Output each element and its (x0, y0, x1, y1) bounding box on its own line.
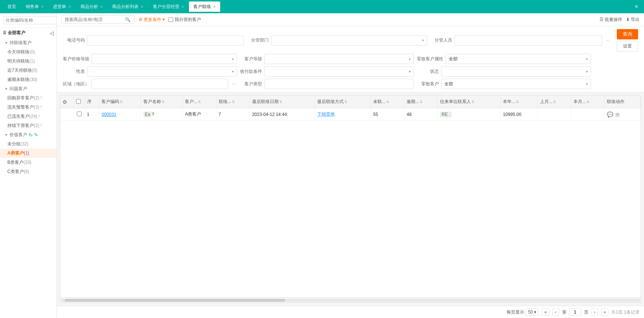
col-last-date[interactable]: 最后联络日期⇅ (250, 96, 315, 108)
first-page-button[interactable]: « (542, 308, 550, 316)
tab-customer-tier-close[interactable]: × (182, 4, 184, 9)
horizontal-scrollbar[interactable] (60, 297, 641, 303)
settings-button[interactable]: 设置 (617, 41, 638, 52)
status-select[interactable]: ▾ (441, 66, 591, 77)
sidebar-item-today-count: (0) (29, 49, 35, 54)
col-last-month[interactable]: 上月...⇅ (538, 96, 571, 108)
more-filters-button[interactable]: ⚙ 更多条件 ▾ (139, 17, 165, 23)
sidebar-item-churn-warning-count: (3) (34, 105, 39, 110)
tab-sales[interactable]: 销售单 × (21, 1, 48, 12)
region-more-icon[interactable]: ··· (230, 81, 237, 86)
grid-action-icon[interactable]: ⊞ (615, 112, 620, 117)
tab-goods-analysis-close[interactable]: × (100, 4, 103, 9)
tab-customer-contact-close[interactable]: × (213, 4, 215, 9)
export-button[interactable]: ⬇ 导出 (626, 17, 640, 23)
scrollbar-thumb[interactable] (65, 299, 285, 302)
query-button[interactable]: 查询 (617, 29, 638, 39)
tab-customer-tier[interactable]: 客户分层经营 × (149, 1, 188, 12)
page-size-box[interactable]: 50 ▾ (526, 308, 539, 316)
col-contact2[interactable]: 往来单位联系人⇅ (438, 96, 501, 108)
select-all-checkbox[interactable] (76, 99, 81, 104)
retail-attr-value: 全部 (449, 56, 458, 62)
customer-type-input[interactable] (264, 79, 414, 89)
price-tier-select[interactable]: ▾ (92, 54, 237, 64)
sidebar-item-overdue[interactable]: 逾期未联络(30) (0, 75, 57, 84)
dept-select[interactable]: ▾ (271, 35, 427, 46)
my-customers-checkbox[interactable] (168, 17, 173, 22)
tab-goods-analysis[interactable]: 商品分析 × (76, 1, 107, 12)
sidebar-item-tomorrow[interactable]: 明天待联络(1) (0, 57, 57, 66)
sidebar-item-b-class[interactable]: B类客户(33) (0, 158, 57, 167)
tab-customer-contact[interactable]: 客户联络 × (189, 1, 220, 12)
tab-home[interactable]: 首页 (3, 1, 21, 12)
edit-icon[interactable]: ✎ (34, 132, 38, 138)
col-overdue-sort-icon: ⇅ (420, 100, 423, 104)
search-icon[interactable]: 🔍 (125, 17, 130, 22)
sidebar-collapse-button[interactable]: ◁ (50, 30, 54, 36)
row-this-month (571, 108, 605, 121)
main-search-input[interactable] (65, 17, 124, 22)
window-close-button[interactable]: × (632, 3, 641, 10)
region-input[interactable] (92, 79, 228, 89)
sidebar-search-input[interactable] (3, 16, 57, 24)
manager-more-icon[interactable]: ··· (604, 38, 611, 43)
tab-purchase[interactable]: 进货单 × (49, 1, 75, 12)
sidebar-item-declining[interactable]: 持续下滑客户(2)? (0, 121, 57, 130)
refresh-icon[interactable]: ↻ (29, 132, 33, 138)
row-code[interactable]: 000031 (99, 108, 141, 121)
retail-attr-select[interactable]: 全部 ▾ (446, 54, 591, 64)
sidebar-value-group[interactable]: ▼ 价值客户 ↻ ✎ (0, 130, 57, 139)
col-this-month[interactable]: 本月...⇅ (571, 96, 605, 108)
sidebar-item-churned-label: 已流失客户 (7, 114, 29, 119)
col-type[interactable]: 客户...⇅ (183, 96, 216, 108)
bulk-ops-button[interactable]: ☰ 批量操作 (600, 17, 622, 23)
sidebar-item-c-class[interactable]: C类客户(6) (0, 167, 57, 176)
payment-select[interactable]: ▾ (264, 66, 414, 77)
sidebar-problem-group[interactable]: ▼ 问题客户 (0, 84, 57, 93)
sidebar-problem-label: 问题客户 (10, 86, 27, 92)
col-contact[interactable]: 联络...⇅ (216, 96, 250, 108)
customer-tier-select[interactable]: ▾ (264, 54, 414, 64)
col-this-year[interactable]: 本年...⇅ (501, 96, 538, 108)
message-icon[interactable]: 💬 (607, 112, 613, 117)
tab-goods-analysis-list[interactable]: 商品分析列表 × (108, 1, 147, 12)
tab-goods-analysis-list-close[interactable]: × (141, 4, 143, 9)
col-last-method[interactable]: 最后联络方式⇅ (315, 96, 371, 108)
manager-input[interactable] (454, 35, 602, 46)
customer-code-link[interactable]: 000031 (101, 112, 116, 117)
sidebar-all-customers-header[interactable]: ⠿ 全部客户 ◁ (0, 28, 57, 38)
sidebar-item-7days[interactable]: 近7天待联络(0) (0, 66, 57, 75)
sidebar-item-a-class[interactable]: A类客户(1) (0, 149, 57, 158)
sidebar-item-churn-warning[interactable]: 流失预警客户(3)? (0, 103, 57, 112)
col-last-date-sort-icon: ⇅ (279, 100, 282, 104)
churn-warning-help-icon[interactable]: ? (40, 105, 42, 109)
col-name[interactable]: 客户名称⇅ (141, 96, 182, 108)
col-uncontacted[interactable]: 未联...⇅ (371, 96, 404, 108)
tab-sales-close[interactable]: × (41, 4, 43, 9)
churned-help-icon[interactable]: ? (38, 114, 40, 119)
row-checkbox[interactable] (77, 112, 82, 116)
table-scroll-area[interactable]: ⚙ 序 客户编码⇅ 客户名称⇅ 客户...⇅ 联络...⇅ 最后联络日期⇅ 最后 (60, 96, 641, 297)
nature-select[interactable]: ▾ (87, 66, 237, 77)
sidebar-item-today[interactable]: 今天待联络(0) (0, 47, 57, 57)
column-settings-icon[interactable]: ⚙ (62, 99, 67, 105)
repurchase-help-icon[interactable]: ? (40, 96, 42, 100)
last-page-button[interactable]: » (601, 308, 609, 316)
last-method-link[interactable]: 下销货单 (317, 112, 335, 117)
my-customers-filter[interactable]: 我分管的客户 (168, 17, 201, 23)
retail-customer-select[interactable]: 全部 ▾ (441, 79, 591, 89)
sidebar-item-a-label: A类客户 (7, 151, 24, 156)
sidebar-item-churned[interactable]: 已流失客户(24)? (0, 112, 57, 121)
sidebar-item-ungroups[interactable]: 未分组(32) (0, 139, 57, 149)
declining-help-icon[interactable]: ? (40, 123, 42, 128)
next-page-button[interactable]: › (591, 308, 598, 316)
tab-purchase-close[interactable]: × (68, 4, 71, 9)
col-overdue[interactable]: 逾期...⇅ (404, 96, 438, 108)
sidebar-pending-group[interactable]: ▼ 待联络客户 (0, 38, 57, 47)
col-code[interactable]: 客户编码⇅ (99, 96, 141, 108)
prev-page-button[interactable]: ‹ (552, 308, 559, 316)
page-number-input[interactable] (569, 308, 581, 316)
phone-input[interactable] (87, 35, 244, 46)
sidebar-item-repurchase-abnormal[interactable]: 回购异常客户(2)? (0, 93, 57, 103)
sidebar-item-c-count: (6) (24, 169, 29, 174)
